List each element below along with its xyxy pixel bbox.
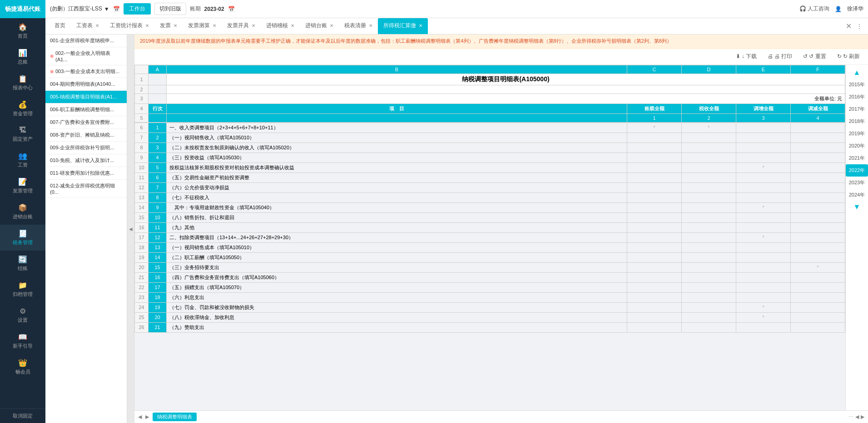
tab-close-purchase-check[interactable]: ✕ bbox=[291, 23, 294, 28]
pin-toggle[interactable]: 取消固定 bbox=[0, 408, 45, 423]
sidebar-item-guide[interactable]: 📖 新手引导 bbox=[0, 328, 45, 354]
tabbar-close-all[interactable]: ✕ bbox=[843, 22, 854, 30]
tab-close-salary[interactable]: ✕ bbox=[95, 23, 99, 28]
tab-invoice-calc[interactable]: 发票测算✕ bbox=[183, 18, 222, 34]
panel-collapse-button[interactable]: ◀ bbox=[127, 34, 134, 423]
sidebar-item-purchase[interactable]: 📦 进销台账 bbox=[0, 199, 45, 225]
sidebar-item-close[interactable]: 🔄 结账 bbox=[0, 251, 45, 276]
refresh-button[interactable]: ↻ ↻ 刷新 bbox=[834, 51, 863, 62]
company-selector: (勿删）江西股宝-LSS ▼ bbox=[50, 5, 109, 13]
tabbar: 首页 工资表✕ 工资统计报表✕ 发票✕ 发票测算✕ 发票开具✕ 进销稽核✕ 进销… bbox=[45, 18, 868, 34]
left-item-10[interactable]: 011-研发费用加计扣除优惠... bbox=[45, 167, 127, 180]
left-item-0[interactable]: 001-企业所得税年度纳税申... bbox=[45, 34, 127, 47]
sidebar-item-member[interactable]: 👑 畅会员 bbox=[0, 354, 45, 380]
tab-close-tax-clear[interactable]: ✕ bbox=[369, 23, 372, 28]
tab-tax-clear[interactable]: 税表清册✕ bbox=[339, 18, 378, 34]
bottom-ellipsis[interactable]: ⋯ bbox=[848, 414, 853, 420]
download-icon: ⬇ bbox=[736, 53, 740, 59]
year-2024[interactable]: 2024年 bbox=[846, 189, 868, 201]
left-item-11[interactable]: 012-减免企业所得税优惠明细(0... bbox=[45, 180, 127, 198]
left-item-3[interactable]: 004-期间费用明细表(A1040... bbox=[45, 78, 127, 91]
tab-close-invoice-calc[interactable]: ✕ bbox=[213, 23, 216, 28]
left-item-1[interactable]: ⊗ 002-一般企业收入明细表(A1... bbox=[45, 47, 127, 65]
bottom-scroll-right[interactable]: ▶ bbox=[861, 414, 864, 420]
year-2018[interactable]: 2018年 bbox=[846, 115, 868, 128]
year-2019[interactable]: 2019年 bbox=[846, 128, 868, 140]
download-button[interactable]: ⬇ ↓ 下载 bbox=[733, 51, 759, 62]
year-2022[interactable]: 2022年 bbox=[846, 164, 868, 177]
bottom-scroll-left[interactable]: ◀ bbox=[855, 414, 859, 420]
toolbar: ⬇ ↓ 下载 🖨 🖨 打印 ↺ ↺ 重置 ↻ ↻ 刷新 bbox=[134, 49, 868, 65]
bottom-nav-right[interactable]: ▶ bbox=[145, 414, 149, 420]
error-icon-2: ⊗ bbox=[50, 69, 54, 74]
year-2021[interactable]: 2021年 bbox=[846, 152, 868, 164]
tab-home[interactable]: 首页 bbox=[49, 18, 71, 34]
sidebar-item-finance[interactable]: 💰 资金管理 bbox=[0, 96, 45, 122]
sidebar-item-ledger[interactable]: 📊 总账 bbox=[0, 44, 45, 70]
data-table: 61一、收入类调整项目（2+3+4+5+6+7+8+10+11）**72（一）视… bbox=[134, 123, 845, 333]
year-nav-up[interactable]: ▲ bbox=[852, 67, 863, 79]
ledger-icon: 📊 bbox=[18, 49, 27, 57]
tab-close-income-tax[interactable]: ✕ bbox=[419, 23, 422, 28]
refresh-icon: ↻ bbox=[837, 53, 842, 59]
bottom-nav-left[interactable]: ◀ bbox=[138, 414, 142, 420]
col-header-rownum bbox=[135, 65, 149, 74]
left-item-9[interactable]: 010-免税、减计收入及加计... bbox=[45, 154, 127, 167]
left-item-2[interactable]: ⊗ 003-一般企业成本支出明细... bbox=[45, 65, 127, 78]
tabbar-settings[interactable]: ⋮ bbox=[854, 23, 864, 30]
left-item-6[interactable]: 007-广告费和业务宣传费附... bbox=[45, 116, 127, 129]
year-2023[interactable]: 2023年 bbox=[846, 177, 868, 189]
tab-close-invoice[interactable]: ✕ bbox=[174, 23, 177, 28]
sidebar-item-archive[interactable]: 📁 归档管理 bbox=[0, 276, 45, 302]
guide-icon: 📖 bbox=[18, 333, 27, 341]
app-logo: 畅捷通易代账 bbox=[0, 0, 45, 18]
sidebar-item-assets[interactable]: 🏗 固定资产 bbox=[0, 122, 45, 147]
table-row: 72（一）视同销售收入（填写A105010） bbox=[135, 133, 845, 143]
table-row: 1 纳税调整项目明细表(A105000) bbox=[135, 74, 845, 85]
tab-salary[interactable]: 工资表✕ bbox=[71, 18, 104, 34]
help-button[interactable]: 🎧 人工咨询 bbox=[799, 5, 829, 13]
year-2016[interactable]: 2016年 bbox=[846, 91, 868, 103]
sidebar-item-tax[interactable]: 🧾 税务管理 bbox=[0, 225, 45, 251]
switch-old-button[interactable]: 切到旧版 bbox=[154, 3, 186, 15]
year-2020[interactable]: 2020年 bbox=[846, 140, 868, 152]
chevron-down-icon: ▼ bbox=[104, 6, 109, 12]
sidebar-item-salary[interactable]: 👥 工资 bbox=[0, 147, 45, 173]
left-item-7[interactable]: 008-资产折旧、摊销及纳税... bbox=[45, 129, 127, 142]
tab-invoice[interactable]: 发票✕ bbox=[154, 18, 183, 34]
invoice-icon: 📝 bbox=[18, 177, 27, 186]
year-2017[interactable]: 2017年 bbox=[846, 103, 868, 115]
sidebar-item-home[interactable]: 🏠 首页 bbox=[0, 18, 45, 44]
warning-banner: 2019年度涉及取以前年度继续数据的申报表单元格需要手工维护正确，才能保证本年及… bbox=[134, 34, 868, 49]
year-nav-down[interactable]: ▼ bbox=[852, 201, 863, 213]
tax-icon: 🧾 bbox=[18, 229, 27, 238]
sidebar-item-report[interactable]: 📋 报表中心 bbox=[0, 70, 45, 96]
tab-income-tax[interactable]: 所得税汇算缴✕ bbox=[378, 18, 428, 34]
sheet-tab[interactable]: 纳税调整明细表 bbox=[153, 413, 197, 421]
left-item-8[interactable]: 009-企业所得税弥补亏损明... bbox=[45, 142, 127, 154]
col-header-d: D bbox=[682, 65, 736, 74]
sidebar-item-settings[interactable]: ⚙ 设置 bbox=[0, 302, 45, 328]
tab-purchase-ledger[interactable]: 进销台账✕ bbox=[300, 18, 339, 34]
spreadsheet-container[interactable]: A B C D E F 1 bbox=[134, 65, 845, 410]
col-f-header: 调减全额 bbox=[791, 103, 845, 113]
calendar2-icon[interactable]: 📅 bbox=[228, 6, 235, 12]
tab-salary-report[interactable]: 工资统计报表✕ bbox=[104, 18, 154, 34]
tab-close-purchase-ledger[interactable]: ✕ bbox=[330, 23, 333, 28]
table-row: 5 1 2 3 4 bbox=[135, 113, 845, 122]
table-row: 138（七）不征税收入 bbox=[135, 192, 845, 202]
left-item-4[interactable]: 005-纳税调整项目明细表(A1... bbox=[45, 91, 127, 103]
reset-button[interactable]: ↺ ↺ 重置 bbox=[800, 51, 828, 62]
settings-icon: ⚙ bbox=[20, 307, 26, 315]
tab-close-salary-report[interactable]: ✕ bbox=[145, 23, 149, 28]
tab-purchase-check[interactable]: 进销稽核✕ bbox=[261, 18, 300, 34]
tab-invoice-open[interactable]: 发票开具✕ bbox=[222, 18, 261, 34]
workbench-button[interactable]: 工作台 bbox=[124, 3, 151, 15]
print-button[interactable]: 🖨 🖨 打印 bbox=[765, 51, 795, 62]
year-2015[interactable]: 2015年 bbox=[846, 79, 868, 91]
left-item-5[interactable]: 006-职工薪酬纳税调整明细... bbox=[45, 103, 127, 116]
left-panel: 001-企业所得税年度纳税申... ⊗ 002-一般企业收入明细表(A1... … bbox=[45, 34, 127, 423]
sidebar-item-invoice[interactable]: 📝 发票管理 bbox=[0, 173, 45, 199]
tab-close-invoice-open[interactable]: ✕ bbox=[252, 23, 255, 28]
table-row: 116（五）交易性金融资产初始投资调整 bbox=[135, 172, 845, 182]
